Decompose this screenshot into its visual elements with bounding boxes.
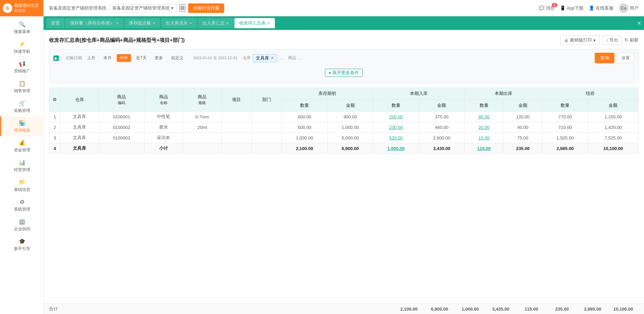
sidebar-item-guide[interactable]: 🎓 新手引导 (0, 235, 43, 254)
table-body: 1 文具库 0100001 中性笔 0.7mm 600.00 900.00 25… (49, 112, 639, 143)
sidebar-item-enterprise[interactable]: 🏢 企业协同 (0, 215, 43, 235)
phone-icon: 📱 (560, 5, 565, 11)
th-department: 部门 (252, 88, 282, 112)
goods-filter-more[interactable]: ... (298, 56, 302, 61)
warehouse-filter-more[interactable]: ... (279, 56, 283, 61)
date-curr-year-btn[interactable]: 本年 (117, 54, 131, 62)
tab-inventory-dist[interactable]: 现存量（库存分布表） ✕ (65, 18, 123, 28)
tab-inout-summary-close[interactable]: ✕ (226, 21, 229, 26)
refresh-button[interactable]: ↻ 刷新 (625, 37, 639, 43)
sales-icon: 📋 (19, 80, 26, 87)
sidebar-item-search[interactable]: 🔍 搜索菜单 (0, 18, 43, 37)
sidebar-item-marketing[interactable]: 📢 营销推广 (0, 57, 43, 77)
row-warehouse: 文具库 (61, 122, 99, 133)
row-opening-amt: 900.00 (327, 112, 373, 122)
row-closing-qty: 770.00 (542, 112, 588, 122)
date-curr-month-btn[interactable]: 本月 (100, 54, 115, 62)
query-button[interactable]: 查询 (595, 53, 614, 63)
tab-recv-send-summary[interactable]: 收发存汇总表 ✕ (234, 18, 275, 28)
sidebar-item-sales[interactable]: 📋 销售管理 (0, 77, 43, 97)
row-in-amt: 2,600.00 (419, 133, 464, 143)
sidebar-item-inventory[interactable]: 🏪 库存核算 (0, 116, 43, 136)
online-service-action[interactable]: 👤 在线客服 (589, 5, 613, 11)
sidebar-item-operations[interactable]: 📊 经营管理 (0, 156, 43, 176)
sidebar-menu: 🔍 搜索菜单 ⚡ 快捷导航 📢 营销推广 📋 销售管理 🛒 采购管理 🏪 库存核… (0, 16, 43, 314)
sidebar-item-basic-info[interactable]: 📁 基础信息 (0, 176, 43, 195)
trial-btn[interactable]: 体验行业方案 (188, 3, 224, 13)
sidebar-item-enterprise-label: 企业协同 (14, 226, 30, 232)
row-in-qty-link[interactable]: 520.00 (389, 135, 403, 141)
warehouse-tag-close-icon[interactable]: ✕ (270, 55, 274, 61)
tab-inout-flow-label: 出入库流水 (166, 20, 188, 26)
tab-inout-summary[interactable]: 出入库汇总 ✕ (198, 18, 234, 28)
row-out-amt: 40.00 (503, 122, 542, 133)
tab-inout-flow-close[interactable]: ✕ (189, 21, 192, 26)
tab-inout-flow[interactable]: 出入库流水 ✕ (161, 18, 197, 28)
export-button[interactable]: ↑ 导出 (602, 35, 622, 45)
row-out-qty-link[interactable]: 20.00 (478, 125, 490, 130)
date-prev-month-btn[interactable]: 上月 (84, 54, 98, 62)
th-closing-amt: 金额 (588, 100, 638, 112)
service-icon: 👤 (589, 5, 594, 11)
date-custom-btn[interactable]: 自定义 (168, 54, 186, 62)
row-out-qty-link[interactable]: 80.00 (478, 114, 490, 119)
tab-home[interactable]: 首页 (46, 18, 65, 28)
tab-inout-summary-label: 出入库汇总 (202, 20, 225, 26)
tab-recv-send-summary-close[interactable]: ✕ (267, 21, 270, 26)
sidebar-item-quick-nav[interactable]: ⚡ 快捷导航 (0, 37, 43, 57)
th-closing-group: 结存 (542, 88, 639, 100)
user-action[interactable]: Ea 用户 (619, 3, 639, 13)
topbar-right: 💬 消息 6 📱 App下载 👤 在线客服 Ea 用户 (539, 3, 639, 13)
inventory-icon: 🏪 (19, 120, 26, 126)
export-label: 导出 (609, 37, 618, 43)
th-in-qty: 数量 (373, 100, 419, 112)
print-icon: 🖨 (564, 38, 568, 43)
date-filter-group: 记账日期 上月 本月 本年 近7天 更多 自定义 (66, 54, 186, 62)
date-more-btn[interactable]: 更多 (152, 54, 166, 62)
warehouse-filter-tag[interactable]: 文具库 ✕ (253, 54, 277, 62)
tab-batch-account[interactable]: 库存批次账 ✕ (124, 18, 160, 28)
system-dropdown[interactable]: 装备及固定资产辅助管理系统 ▾ (109, 4, 177, 12)
subtotal-warehouse: 文具库 (61, 143, 99, 154)
messages-action[interactable]: 💬 消息 6 (539, 5, 555, 11)
th-settings: ⚙ (49, 88, 61, 112)
row-in-qty-link[interactable]: 250.00 (389, 114, 403, 119)
th-goods-spec: 商品规格 (183, 88, 221, 112)
close-all-tabs-button[interactable]: ✕ (637, 20, 641, 27)
expand-conditions-btn[interactable]: ▾ 展开更多条件 (325, 69, 363, 77)
date-7days-btn[interactable]: 近7天 (133, 54, 150, 62)
table-row: 3 文具库 0100003 采访本 1,000.00 5,000.00 520.… (49, 133, 639, 143)
footer-closing-qty: 2,985.00 (577, 307, 608, 312)
subtotal-out-qty-link[interactable]: 115.00 (477, 146, 491, 151)
sidebar-item-purchase[interactable]: 🛒 采购管理 (0, 97, 43, 116)
row-no: 2 (49, 122, 61, 133)
page-content: 收发存汇总表(按仓库+商品编码+商品+规格型号+项目+部门) 🖨 拨销版打印 ▾… (44, 30, 644, 303)
expand-conditions-label: 展开更多条件 (332, 70, 359, 76)
system-icon: ⚙ (20, 199, 24, 205)
search-icon: 🔍 (19, 21, 26, 28)
tab-batch-account-close[interactable]: ✕ (152, 21, 155, 26)
tab-inventory-dist-close[interactable]: ✕ (116, 21, 119, 26)
gear-button[interactable]: ⚙ (179, 4, 185, 12)
row-goods-name: 胶水 (145, 122, 183, 133)
print-button[interactable]: 🖨 拨销版打印 ▾ (560, 35, 599, 45)
dropdown-text: 装备及固定资产辅助管理系统 (112, 5, 170, 11)
row-opening-amt: 5,000.00 (327, 133, 373, 143)
sidebar-item-system[interactable]: ⚙ 系统管理 (0, 195, 43, 215)
subtotal-project (221, 143, 251, 154)
page-title: 收发存汇总表(按仓库+商品编码+商品+规格型号+项目+部门) (49, 37, 185, 44)
date-range-display: 2023-01-01 至 2023-12-31 (193, 55, 237, 61)
date-filter-label: 记账日期 (66, 55, 82, 61)
footer-in-qty: 1,000.00 (455, 307, 485, 312)
filter-settings-button[interactable]: 设置 (617, 53, 634, 63)
user-label: 用户 (630, 5, 639, 11)
row-out-qty-link[interactable]: 15.00 (478, 135, 490, 141)
sidebar-app-name: 畅捷通好生意 (14, 3, 39, 9)
settings-icon[interactable]: ⚙ (53, 97, 57, 102)
sidebar-item-finance[interactable]: 💰 资金管理 (0, 136, 43, 156)
subtotal-in-qty-link[interactable]: 1,000.00 (387, 146, 405, 151)
app-download-action[interactable]: 📱 App下载 (560, 5, 583, 11)
row-in-qty-link[interactable]: 230.00 (389, 125, 403, 130)
filter-expand-arrow[interactable]: ▶ (53, 55, 59, 61)
row-goods-code: 0100002 (99, 122, 144, 133)
